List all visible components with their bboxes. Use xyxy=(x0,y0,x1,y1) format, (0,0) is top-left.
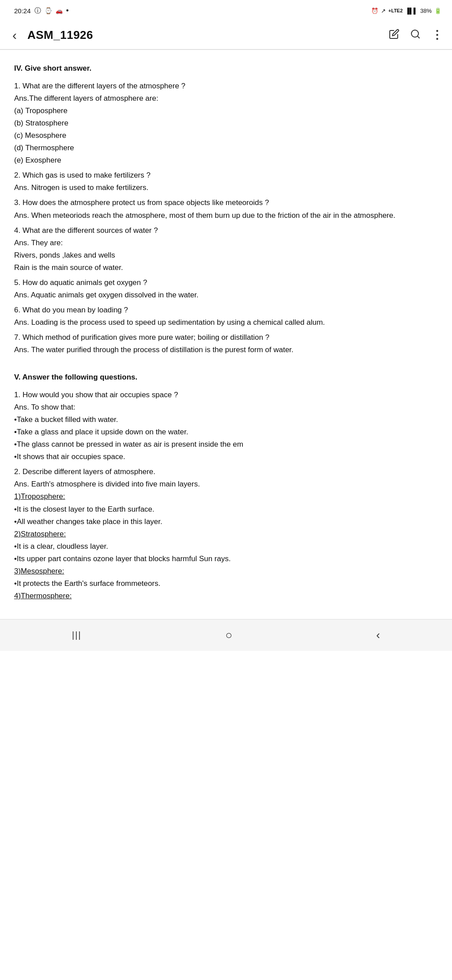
qa-6: 6. What do you mean by loading ? Ans. Lo… xyxy=(14,304,438,329)
v-answer-layer1-b1: •It is the closest layer to the Earth su… xyxy=(14,503,438,516)
v-answer-1-intro: Ans. To show that: xyxy=(14,401,438,414)
qa-7: 7. Which method of purification gives mo… xyxy=(14,331,438,356)
status-bar-right: ⏰ ↗ +LTE2 ▐▌▌ 38% 🔋 xyxy=(371,8,441,14)
v-answer-layer2-b2: •Its upper part contains ozone layer tha… xyxy=(14,553,438,565)
nav-bar: ‹ ASM_11926 ⋮ xyxy=(0,21,452,49)
answer-1-intro: Ans.The different layers of atmosphere a… xyxy=(14,92,438,105)
dot-icon: • xyxy=(66,6,69,15)
v-answer-1-b4: •It shows that air occupies space. xyxy=(14,451,438,463)
v-answer-layer3-head: 3)Mesosphere: xyxy=(14,565,438,577)
v-answer-layer3-b1: •It protects the Earth's surface frommet… xyxy=(14,577,438,590)
v-answer-layer2-b1: •It is a clear, cloudless layer. xyxy=(14,540,438,553)
content-area: IV. Give short answer. 1. What are the d… xyxy=(0,50,452,619)
v-answer-layer4-head: 4)Thermosphere: xyxy=(14,590,438,602)
v-answer-1-b1: •Take a bucket filled with water. xyxy=(14,414,438,426)
answer-4-intro: Ans. They are: xyxy=(14,237,438,249)
back-nav-button[interactable]: ‹ xyxy=(365,626,391,645)
car-icon: 🚗 xyxy=(56,8,63,14)
answer-3: Ans. When meteoriods reach the atmospher… xyxy=(14,209,438,222)
question-4: 4. What are the different sources of wat… xyxy=(14,224,438,237)
search-icon[interactable] xyxy=(410,29,421,42)
qa-2: 2. Which gas is used to make fertilizers… xyxy=(14,169,438,194)
home-button[interactable]: ○ xyxy=(215,626,243,645)
question-1: 1. What are the different layers of the … xyxy=(14,80,438,92)
question-5: 5. How do aquatic animals get oxygen ? xyxy=(14,277,438,289)
battery-icon: 🔋 xyxy=(434,8,441,14)
answer-6: Ans. Loading is the process used to spee… xyxy=(14,316,438,329)
v-answer-layer2-head: 2)Stratosphere: xyxy=(14,528,438,540)
v-question-1: 1. How would you show that air occupies … xyxy=(14,389,438,401)
answer-4-2: Rain is the main source of water. xyxy=(14,262,438,274)
question-7: 7. Which method of purification gives mo… xyxy=(14,331,438,344)
answer-4-1: Rivers, ponds ,lakes and wells xyxy=(14,249,438,262)
back-button[interactable]: ‹ xyxy=(9,27,20,44)
qa-4: 4. What are the different sources of wat… xyxy=(14,224,438,274)
section4-heading: IV. Give short answer. xyxy=(14,62,438,75)
lte-label: +LTE2 xyxy=(388,8,403,13)
menu-button[interactable]: ||| xyxy=(61,627,92,643)
alarm-icon: ⏰ xyxy=(371,8,378,14)
answer-2: Ans. Nitrogen is used to make fertilizer… xyxy=(14,182,438,194)
more-icon[interactable]: ⋮ xyxy=(431,32,443,38)
time-display: 20:24 xyxy=(14,7,31,15)
answer-7: Ans. The water purified through the proc… xyxy=(14,344,438,356)
watch-icon: ⌚ xyxy=(45,7,52,14)
status-bar: 20:24 ⓘ ⌚ 🚗 • ⏰ ↗ +LTE2 ▐▌▌ 38% 🔋 xyxy=(0,0,452,21)
battery-text: 38% xyxy=(420,8,432,14)
answer-1e: (e) Exosphere xyxy=(14,154,438,167)
v-answer-1-b3: •The glass cannot be pressed in water as… xyxy=(14,438,438,451)
answer-1b: (b) Stratosphere xyxy=(14,117,438,129)
nav-actions: ⋮ xyxy=(389,29,443,42)
answer-1c: (c) Mesosphere xyxy=(14,129,438,142)
question-6: 6. What do you mean by loading ? xyxy=(14,304,438,316)
signal-icon: ▐▌▌ xyxy=(405,8,418,14)
answer-1d: (d) Thermosphere xyxy=(14,142,438,154)
v-answer-1-b2: •Take a glass and place it upside down o… xyxy=(14,426,438,438)
v-question-2: 2. Describe different layers of atmosphe… xyxy=(14,466,438,478)
v-answer-2-intro: Ans. Earth's atmosphere is divided into … xyxy=(14,478,438,490)
answer-1a: (a) Troposphere xyxy=(14,105,438,117)
svg-line-1 xyxy=(418,36,419,38)
v-answer-layer1-b2: •All weather changes take place in this … xyxy=(14,516,438,528)
question-2: 2. Which gas is used to make fertilizers… xyxy=(14,169,438,182)
status-bar-left: 20:24 ⓘ ⌚ 🚗 • xyxy=(14,6,69,15)
bottom-nav: ||| ○ ‹ xyxy=(0,619,452,651)
qa-5: 5. How do aquatic animals get oxygen ? A… xyxy=(14,277,438,301)
qa-1: 1. What are the different layers of the … xyxy=(14,80,438,167)
v-qa-2: 2. Describe different layers of atmosphe… xyxy=(14,466,438,602)
v-qa-1: 1. How would you show that air occupies … xyxy=(14,389,438,463)
page-title: ASM_11926 xyxy=(27,28,389,42)
answer-5: Ans. Aquatic animals get oxygen dissolve… xyxy=(14,289,438,301)
v-answer-layer1-head: 1)Troposphere: xyxy=(14,490,438,503)
question-3: 3. How does the atmosphere protect us fr… xyxy=(14,197,438,209)
message-icon: ⓘ xyxy=(34,7,41,15)
wifi-icon: ↗ xyxy=(381,8,386,14)
section5-heading: V. Answer the following questions. xyxy=(14,371,438,384)
edit-icon[interactable] xyxy=(389,29,399,42)
qa-3: 3. How does the atmosphere protect us fr… xyxy=(14,197,438,221)
